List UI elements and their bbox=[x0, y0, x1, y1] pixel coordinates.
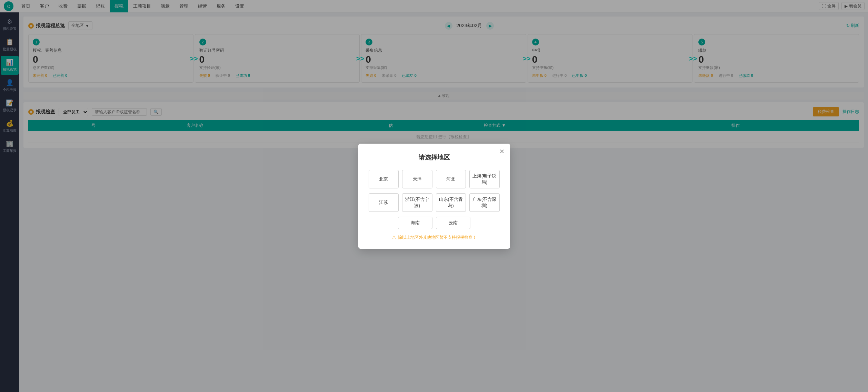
region-btn-北京[interactable]: 北京 bbox=[369, 170, 399, 188]
modal-dialog: ✕ 请选择地区 北京天津河北上海(电子税局) 江苏浙江(不含宁波)山东(不含青岛… bbox=[358, 144, 510, 249]
region-grid-2: 江苏浙江(不含宁波)山东(不含青岛)广东(不含深圳) bbox=[369, 193, 500, 212]
region-btn-山东(不含青岛)[interactable]: 山东(不含青岛) bbox=[436, 193, 466, 212]
warning-icon: ⚠ bbox=[392, 235, 396, 240]
region-btn-江苏[interactable]: 江苏 bbox=[369, 193, 399, 212]
modal-title: 请选择地区 bbox=[369, 153, 500, 162]
region-btn-上海(电子税局)[interactable]: 上海(电子税局) bbox=[469, 170, 500, 188]
region-btn-云南[interactable]: 云南 bbox=[436, 217, 470, 229]
warning-text: 除以上地区外其他地区暂不支持报税检查！ bbox=[398, 235, 477, 240]
region-grid-1: 北京天津河北上海(电子税局) bbox=[369, 170, 500, 188]
modal-overlay[interactable]: ✕ 请选择地区 北京天津河北上海(电子税局) 江苏浙江(不含宁波)山东(不含青岛… bbox=[0, 0, 868, 392]
region-btn-天津[interactable]: 天津 bbox=[402, 170, 432, 188]
region-btn-浙江(不含宁波)[interactable]: 浙江(不含宁波) bbox=[402, 193, 432, 212]
modal-close-btn[interactable]: ✕ bbox=[499, 148, 505, 155]
region-btn-河北[interactable]: 河北 bbox=[436, 170, 466, 188]
region-btn-广东(不含深圳)[interactable]: 广东(不含深圳) bbox=[469, 193, 500, 212]
region-grid-3: 海南云南 bbox=[369, 217, 500, 229]
modal-warning: ⚠ 除以上地区外其他地区暂不支持报税检查！ bbox=[369, 235, 500, 240]
region-btn-海南[interactable]: 海南 bbox=[398, 217, 432, 229]
